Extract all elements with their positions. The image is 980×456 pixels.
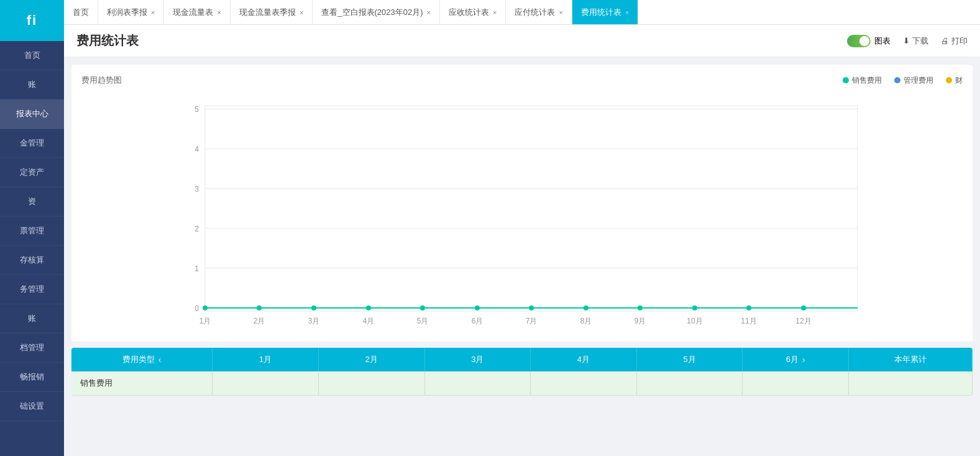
page-title: 费用统计表 <box>76 32 139 49</box>
td-jun-sales <box>743 371 849 395</box>
sidebar-item-file-mgmt[interactable]: 档管理 <box>0 333 64 363</box>
th-jun: 6月 › <box>743 348 849 371</box>
svg-text:7月: 7月 <box>526 317 538 325</box>
close-tab-expense-stats[interactable]: × <box>625 9 629 16</box>
table-header-row: 费用类型 ‹ 1月 2月 3月 4月 5月 <box>71 348 973 371</box>
close-tab-profit-quarter[interactable]: × <box>151 9 155 16</box>
sales-dot-dec <box>801 305 806 310</box>
tab-home[interactable]: 首页 <box>64 0 98 24</box>
sales-dot-may <box>420 305 425 310</box>
td-type-sales: 销售费用 <box>71 371 213 395</box>
close-tab-cashflow[interactable]: × <box>217 9 221 16</box>
svg-text:3: 3 <box>195 185 199 193</box>
th-ytd: 本年累计 <box>849 348 973 371</box>
sidebar-item-write-off[interactable]: 畅报销 <box>0 363 64 392</box>
sales-dot-jan <box>203 305 208 310</box>
chart-title: 费用趋势图 <box>81 75 122 86</box>
download-icon: ⬇ <box>903 36 910 45</box>
th-type: 费用类型 ‹ <box>71 348 213 371</box>
chart-toggle-label: 图表 <box>874 35 891 47</box>
page-header: 费用统计表 图表 ⬇ 下载 🖨 打印 <box>64 25 980 57</box>
sidebar-item-inventory[interactable]: 存核算 <box>0 246 64 275</box>
svg-text:5月: 5月 <box>417 317 429 325</box>
legend-dot-admin <box>894 77 900 83</box>
svg-text:10月: 10月 <box>687 317 702 325</box>
td-mar-sales <box>425 371 531 395</box>
sidebar-item-home[interactable]: 首页 <box>0 41 64 70</box>
td-apr-sales <box>531 371 637 395</box>
tab-ap-stats[interactable]: 应付统计表 × <box>506 0 572 24</box>
tab-profit-quarter[interactable]: 利润表季报 × <box>98 0 164 24</box>
svg-text:4月: 4月 <box>363 317 375 325</box>
sidebar: fi 首页 账 报表中心 金管理 定资产 资 票管理 存核算 务管理 账 档管理… <box>0 0 64 456</box>
sidebar-item-resource[interactable]: 资 <box>0 187 64 216</box>
tab-cashflow[interactable]: 现金流量表 × <box>164 0 230 24</box>
svg-text:11月: 11月 <box>741 317 756 325</box>
sales-dot-oct <box>692 305 697 310</box>
sales-dot-sep <box>638 305 643 310</box>
svg-text:6月: 6月 <box>472 317 483 325</box>
sidebar-item-ledger[interactable]: 账 <box>0 70 64 100</box>
svg-text:1: 1 <box>195 264 199 273</box>
td-feb-sales <box>319 371 425 395</box>
th-feb: 2月 <box>319 348 425 371</box>
legend-dot-sales <box>843 77 849 83</box>
sales-dot-jul <box>529 305 534 310</box>
sales-dot-mar <box>311 305 316 310</box>
legend-admin: 管理费用 <box>894 75 933 86</box>
close-tab-blank-report[interactable]: × <box>427 9 431 16</box>
legend-finance: 财 <box>946 75 963 86</box>
svg-text:12月: 12月 <box>795 317 811 325</box>
header-actions: 图表 ⬇ 下载 🖨 打印 <box>847 35 968 47</box>
tab-cashflow-quarter[interactable]: 现金流量表季报 × <box>231 0 313 24</box>
close-tab-ar-stats[interactable]: × <box>493 9 497 16</box>
sidebar-item-settings[interactable]: 础设置 <box>0 392 64 421</box>
page-content: 费用统计表 图表 ⬇ 下载 🖨 打印 费用趋势图 <box>64 25 980 456</box>
chart-toggle-container: 图表 <box>847 35 891 47</box>
chart-area: 5 4 3 2 1 0 <box>81 93 963 332</box>
tab-ar-stats[interactable]: 应收统计表 × <box>440 0 506 24</box>
sidebar-item-ar[interactable]: 账 <box>0 304 64 333</box>
svg-text:1月: 1月 <box>199 317 211 325</box>
chart-toggle[interactable] <box>847 35 871 47</box>
close-tab-ap-stats[interactable]: × <box>559 9 562 16</box>
print-button[interactable]: 🖨 打印 <box>941 35 968 47</box>
chart-header: 费用趋势图 销售费用 管理费用 财 <box>81 75 963 86</box>
close-tab-cashflow-quarter[interactable]: × <box>300 9 303 16</box>
sales-dot-aug <box>584 305 588 310</box>
download-button[interactable]: ⬇ 下载 <box>903 35 928 47</box>
sidebar-item-report-center[interactable]: 报表中心 <box>0 100 64 129</box>
tabbar: 首页 利润表季报 × 现金流量表 × 现金流量表季报 × 查看_空白报表(202… <box>64 0 980 25</box>
sales-dot-nov <box>746 305 751 310</box>
td-jan-sales <box>213 371 319 395</box>
tab-blank-report[interactable]: 查看_空白报表(2023年02月) × <box>313 0 440 24</box>
svg-text:0: 0 <box>195 304 199 313</box>
sales-dot-feb <box>257 305 262 310</box>
data-table: 费用类型 ‹ 1月 2月 3月 4月 5月 <box>71 348 973 396</box>
sidebar-item-fixed-asset[interactable]: 定资产 <box>0 158 64 187</box>
svg-text:8月: 8月 <box>580 317 592 325</box>
th-jan: 1月 <box>213 348 319 371</box>
svg-text:2: 2 <box>195 225 199 233</box>
prev-month-button[interactable]: ‹ <box>158 355 162 365</box>
th-mar: 3月 <box>425 348 531 371</box>
sidebar-item-biz[interactable]: 务管理 <box>0 275 64 304</box>
legend-dot-finance <box>946 77 952 83</box>
sidebar-item-fund[interactable]: 金管理 <box>0 129 64 158</box>
th-apr: 4月 <box>531 348 637 371</box>
app-logo: fi <box>0 0 64 41</box>
tab-expense-stats[interactable]: 费用统计表 × <box>572 0 638 24</box>
sidebar-item-invoice[interactable]: 票管理 <box>0 216 64 246</box>
chart-legend: 销售费用 管理费用 财 <box>843 75 963 86</box>
svg-text:3月: 3月 <box>308 317 320 325</box>
print-icon: 🖨 <box>941 36 949 45</box>
svg-text:4: 4 <box>195 145 199 154</box>
svg-rect-12 <box>205 106 858 311</box>
td-may-sales <box>637 371 743 395</box>
next-month-button[interactable]: › <box>802 355 805 365</box>
chart-container: 费用趋势图 销售费用 管理费用 财 <box>71 65 973 342</box>
svg-text:2月: 2月 <box>254 317 265 325</box>
table-row: 销售费用 <box>71 371 973 396</box>
th-may: 5月 <box>637 348 743 371</box>
main-area: 首页 利润表季报 × 现金流量表 × 现金流量表季报 × 查看_空白报表(202… <box>64 0 980 456</box>
